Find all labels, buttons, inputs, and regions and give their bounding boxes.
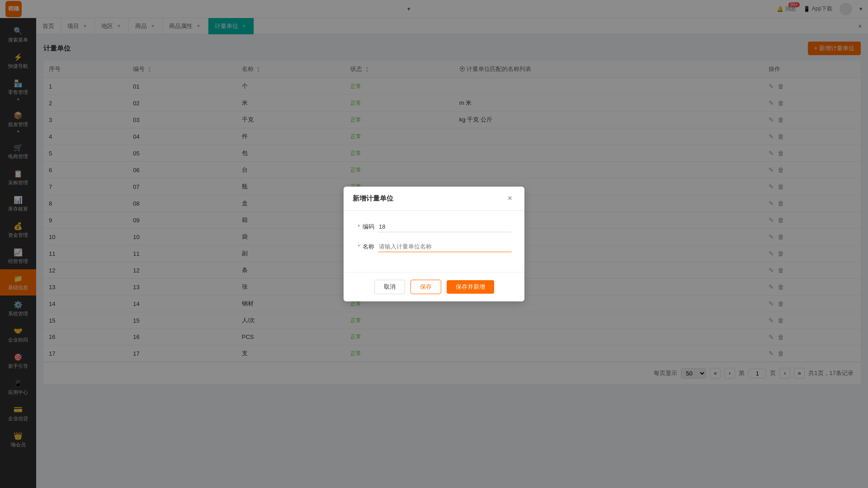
cancel-button[interactable]: 取消 (374, 280, 405, 294)
name-input[interactable] (378, 241, 512, 252)
save-and-new-button[interactable]: 保存并新增 (447, 280, 494, 294)
form-item-name: * 名称 (356, 241, 512, 252)
modal-title: 新增计量单位 (353, 194, 393, 203)
save-button[interactable]: 保存 (410, 280, 441, 294)
code-label: * 编码 (356, 223, 374, 231)
modal-footer: 取消 保存 保存并新增 (344, 272, 524, 301)
modal-close-button[interactable]: × (505, 193, 515, 204)
form-item-code: * 编码 (356, 221, 512, 232)
required-star-name: * (358, 243, 360, 250)
name-label: * 名称 (356, 243, 374, 251)
required-star: * (358, 223, 360, 230)
modal-header: 新增计量单位 × (344, 187, 524, 211)
modal-overlay[interactable]: 新增计量单位 × * 编码 * 名称 取消 保存 保存并新增 (0, 0, 868, 488)
modal-body: * 编码 * 名称 (344, 211, 524, 272)
add-unit-modal: 新增计量单位 × * 编码 * 名称 取消 保存 保存并新增 (344, 187, 524, 301)
code-input[interactable] (378, 221, 512, 232)
